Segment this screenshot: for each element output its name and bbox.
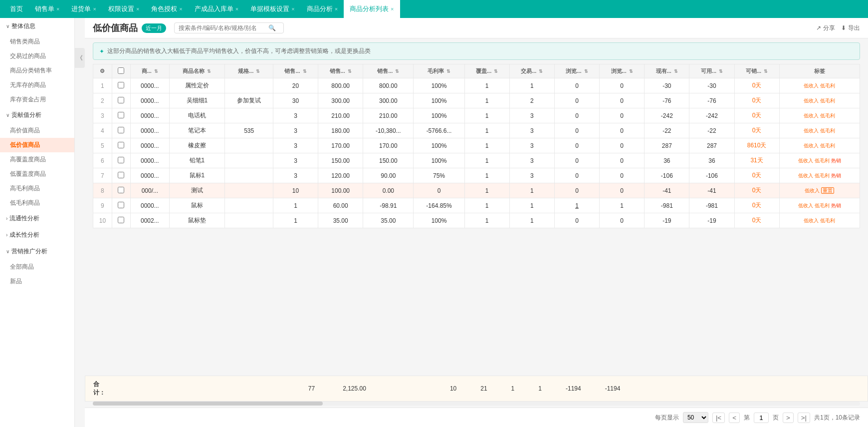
- nav-close-warehouse[interactable]: ×: [235, 6, 238, 12]
- sidebar-item-all-goods[interactable]: 全部商品: [0, 260, 74, 274]
- col-name[interactable]: 商品名称 ⇅: [169, 64, 225, 78]
- row-checkbox[interactable]: [118, 142, 124, 148]
- nav-close-analysis[interactable]: ×: [335, 6, 338, 12]
- cell-view1[interactable]: 0: [554, 108, 599, 123]
- col-settings[interactable]: ⚙: [93, 64, 112, 78]
- sidebar-item-high-margin[interactable]: 高毛利商品: [0, 181, 74, 196]
- col-sales3[interactable]: 销售... ⇅: [363, 64, 414, 78]
- row-checkbox[interactable]: [118, 157, 124, 163]
- nav-close-purchase[interactable]: ×: [93, 6, 96, 12]
- col-sellable[interactable]: 可销... ⇅: [734, 64, 779, 78]
- nav-analysis[interactable]: 商品分析×: [301, 0, 344, 18]
- row-checkbox[interactable]: [118, 97, 124, 103]
- scroll-thumb[interactable]: [93, 402, 323, 406]
- row-checkbox[interactable]: [118, 187, 124, 193]
- cell-view1[interactable]: 0: [554, 168, 599, 183]
- tag-低毛利: 低毛利: [820, 83, 835, 88]
- nav-close-permissions[interactable]: ×: [136, 6, 139, 12]
- sidebar-item-new-goods[interactable]: 新品: [0, 274, 74, 289]
- first-page-button[interactable]: |<: [712, 413, 725, 423]
- col-checkbox[interactable]: [112, 64, 130, 78]
- nav-close-template[interactable]: ×: [291, 6, 294, 12]
- sidebar-item-no-stock[interactable]: 无库存的商品: [0, 78, 74, 92]
- sidebar-group-overall[interactable]: ∨整体信息: [0, 18, 74, 34]
- cell-checkbox[interactable]: [112, 138, 130, 153]
- next-page-button[interactable]: >: [783, 413, 794, 423]
- share-button[interactable]: ↗ 分享: [816, 24, 835, 32]
- sidebar-item-low-margin[interactable]: 低毛利商品: [0, 196, 74, 210]
- sidebar-collapse-button[interactable]: 《: [75, 48, 85, 68]
- nav-close-roles[interactable]: ×: [179, 6, 182, 12]
- date-tag[interactable]: 近一月: [142, 23, 166, 33]
- sidebar-item-high-coverage[interactable]: 高覆盖度商品: [0, 152, 74, 167]
- nav-warehouse[interactable]: 产成品入库单×: [189, 0, 244, 18]
- search-icon[interactable]: 🔍: [268, 24, 276, 31]
- nav-analysis-list[interactable]: 商品分析列表×: [344, 0, 400, 18]
- sidebar-item-high-value[interactable]: 高价值商品: [0, 123, 74, 138]
- cell-checkbox[interactable]: [112, 213, 130, 228]
- row-checkbox[interactable]: [118, 202, 124, 208]
- sidebar-item-traded-goods[interactable]: 交易过的商品: [0, 49, 74, 63]
- cell-checkbox[interactable]: [112, 123, 130, 138]
- cell-view1[interactable]: 0: [554, 213, 599, 228]
- row-checkbox[interactable]: [118, 82, 124, 88]
- row-checkbox[interactable]: [118, 172, 124, 178]
- row-checkbox[interactable]: [118, 217, 124, 223]
- cell-checkbox[interactable]: [112, 78, 130, 93]
- sidebar-item-stock-capital[interactable]: 库存资金占用: [0, 92, 74, 107]
- sidebar-group-contribution[interactable]: ∨贡献值分析: [0, 107, 74, 123]
- nav-sales[interactable]: 销售单×: [29, 0, 65, 18]
- cell-view1[interactable]: 0: [554, 93, 599, 108]
- horizontal-scrollbar[interactable]: [93, 402, 860, 406]
- sidebar-item-low-coverage[interactable]: 低覆盖度商品: [0, 167, 74, 181]
- tag-低收入: 低收入: [804, 113, 819, 118]
- cell-checkbox[interactable]: [112, 153, 130, 168]
- cell-checkbox[interactable]: [112, 198, 130, 213]
- col-view1[interactable]: 浏览... ⇅: [554, 64, 599, 78]
- sidebar-item-sales-goods[interactable]: 销售类商品: [0, 34, 74, 49]
- cell-checkbox[interactable]: [112, 108, 130, 123]
- view1-link[interactable]: 1: [575, 202, 579, 209]
- cell-view1[interactable]: 0: [554, 183, 599, 198]
- row-checkbox[interactable]: [118, 112, 124, 118]
- cell-checkbox[interactable]: [112, 183, 130, 198]
- select-all-checkbox[interactable]: [118, 67, 124, 74]
- row-checkbox[interactable]: [118, 127, 124, 133]
- col-sales2[interactable]: 销售... ⇅: [318, 64, 363, 78]
- last-page-button[interactable]: >|: [798, 413, 810, 423]
- nav-template[interactable]: 单据模板设置×: [244, 0, 300, 18]
- cell-view1[interactable]: 0: [554, 153, 599, 168]
- cell-view1[interactable]: 0: [554, 138, 599, 153]
- page-input[interactable]: [754, 413, 769, 423]
- prev-page-button[interactable]: <: [729, 413, 740, 423]
- sidebar-group-marketing[interactable]: ∨营销推广分析: [0, 243, 74, 260]
- sidebar-group-circulation[interactable]: ›流通性分析: [0, 210, 74, 227]
- col-sales1[interactable]: 销售... ⇅: [273, 64, 318, 78]
- col-view2[interactable]: 浏览... ⇅: [600, 64, 645, 78]
- cell-sales2: 180.00: [318, 123, 363, 138]
- sidebar-item-low-value[interactable]: 低价值商品: [0, 138, 74, 152]
- nav-roles[interactable]: 角色授权×: [145, 0, 188, 18]
- cell-view1[interactable]: 0: [554, 78, 599, 93]
- col-coverage[interactable]: 覆盖... ⇅: [464, 64, 509, 78]
- col-margin[interactable]: 毛利率 ⇅: [414, 64, 464, 78]
- nav-permissions[interactable]: 权限设置×: [102, 0, 145, 18]
- sidebar-group-growth[interactable]: ›成长性分析: [0, 227, 74, 243]
- cell-view1[interactable]: 0: [554, 123, 599, 138]
- nav-close-sales[interactable]: ×: [56, 6, 59, 12]
- col-code[interactable]: 商... ⇅: [131, 64, 169, 78]
- nav-home[interactable]: 首页: [4, 0, 29, 18]
- col-spec[interactable]: 规格... ⇅: [225, 64, 273, 78]
- cell-checkbox[interactable]: [112, 168, 130, 183]
- col-stock[interactable]: 现有... ⇅: [645, 64, 689, 78]
- per-page-select[interactable]: 50 100: [683, 412, 708, 423]
- search-input[interactable]: [179, 24, 268, 31]
- cell-checkbox[interactable]: [112, 93, 130, 108]
- col-avail[interactable]: 可用... ⇅: [689, 64, 734, 78]
- nav-purchase[interactable]: 进货单×: [65, 0, 102, 18]
- export-button[interactable]: ⬇ 导出: [841, 24, 860, 32]
- cell-view1[interactable]: 1: [554, 198, 599, 213]
- sidebar-item-category-rate[interactable]: 商品分类销售率: [0, 63, 74, 78]
- nav-close-analysis-list[interactable]: ×: [391, 6, 394, 12]
- col-trans[interactable]: 交易... ⇅: [509, 64, 554, 78]
